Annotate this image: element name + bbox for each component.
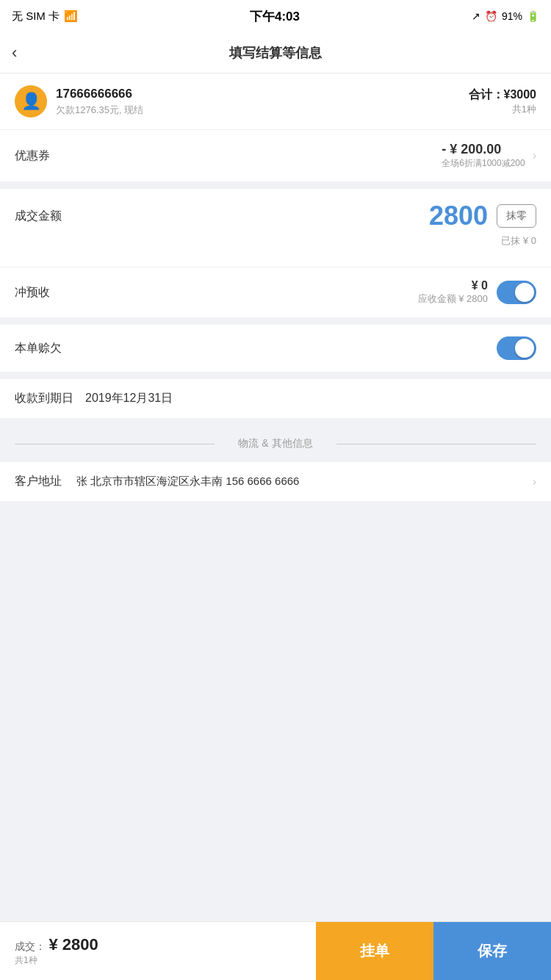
duedate-value: 2019年12月31日 xyxy=(85,391,173,406)
divider-line-right xyxy=(336,444,536,444)
nav-bar: ‹ 填写结算等信息 xyxy=(0,32,551,73)
deal-label: 成交金额 xyxy=(15,209,62,224)
footer: 成交： ¥ 2800 共1种 挂单 保存 xyxy=(0,921,551,980)
prereceive-row: 冲预收 ¥ 0 应收金额 ¥ 2800 xyxy=(15,279,536,306)
avatar: 👤 xyxy=(15,85,47,118)
status-right: ↗ ⏰ 91% 🔋 xyxy=(472,10,539,22)
divider-text: 物流 & 其他信息 xyxy=(238,437,312,450)
round-button[interactable]: 抹零 xyxy=(497,204,536,228)
status-left: 无 SIM 卡 📶 xyxy=(12,10,78,24)
save-button[interactable]: 保存 xyxy=(433,922,551,981)
wifi-icon: 📶 xyxy=(64,10,78,23)
battery-label: 91% xyxy=(502,10,522,22)
battery-icon: 🔋 xyxy=(527,10,539,22)
address-value: 张 北京市市辖区海淀区永丰南 156 6666 6666 xyxy=(76,475,527,489)
coupon-label: 优惠券 xyxy=(15,148,50,164)
customer-phone: 17666666666 xyxy=(56,87,143,101)
avatar-icon: 👤 xyxy=(21,92,41,111)
prereceive-right: ¥ 0 应收金额 ¥ 2800 xyxy=(418,279,536,306)
footer-deal-label: 成交： xyxy=(15,940,46,952)
coupon-chevron: › xyxy=(533,149,536,162)
arrears-toggle[interactable] xyxy=(497,336,536,360)
alarm-icon: ⏰ xyxy=(485,10,497,22)
back-button[interactable]: ‹ xyxy=(12,43,17,62)
coupon-desc: 全场6折满1000减200 xyxy=(442,157,525,170)
prereceive-amount: ¥ 0 xyxy=(418,279,488,292)
arrears-section: 本单赊欠 xyxy=(0,325,551,372)
sim-label: 无 SIM 卡 xyxy=(12,10,60,24)
total-count: 共1种 xyxy=(469,103,537,116)
duedate-section: 收款到期日 2019年12月31日 xyxy=(0,379,551,418)
status-time: 下午4:03 xyxy=(250,8,300,25)
page-title: 填写结算等信息 xyxy=(229,44,322,62)
footer-count: 共1种 xyxy=(15,954,301,967)
customer-section: 👤 17666666666 欠款1276.35元, 现结 合计：¥3000 共1… xyxy=(0,73,551,181)
hold-button[interactable]: 挂单 xyxy=(316,922,433,981)
footer-deal-amount: ¥ 2800 xyxy=(48,935,98,954)
logistics-divider: 物流 & 其他信息 xyxy=(0,425,551,462)
prereceive-amount-area: ¥ 0 应收金额 ¥ 2800 xyxy=(418,279,488,306)
customer-sub: 欠款1276.35元, 现结 xyxy=(56,104,143,117)
deal-row: 成交金额 2800 抹零 xyxy=(15,201,536,231)
address-label: 客户地址 xyxy=(15,474,62,489)
address-chevron: › xyxy=(533,475,536,489)
deal-sub: 已抹 ¥ 0 xyxy=(15,234,536,248)
prereceive-sub: 应收金额 ¥ 2800 xyxy=(418,292,488,306)
deal-inner: 成交金额 2800 抹零 已抹 ¥ 0 xyxy=(0,189,551,259)
content: 👤 17666666666 欠款1276.35元, 现结 合计：¥3000 共1… xyxy=(0,73,551,692)
customer-row: 👤 17666666666 欠款1276.35元, 现结 合计：¥3000 共1… xyxy=(0,73,551,129)
arrears-label: 本单赊欠 xyxy=(15,341,62,356)
footer-deal-row: 成交： ¥ 2800 xyxy=(15,935,301,954)
location-icon: ↗ xyxy=(472,10,480,22)
deal-amount-area: 2800 抹零 xyxy=(429,201,536,231)
coupon-amount: - ¥ 200.00 xyxy=(442,142,525,157)
footer-info: 成交： ¥ 2800 共1种 xyxy=(0,935,316,967)
divider-line-left xyxy=(15,444,215,444)
prereceive-toggle[interactable] xyxy=(497,281,536,304)
deal-section: 成交金额 2800 抹零 已抹 ¥ 0 冲预收 ¥ 0 应收金额 ¥ 2800 xyxy=(0,189,551,317)
customer-left: 👤 17666666666 欠款1276.35元, 现结 xyxy=(15,85,143,118)
customer-info: 17666666666 欠款1276.35元, 现结 xyxy=(56,87,143,117)
coupon-info: - ¥ 200.00 全场6折满1000减200 xyxy=(442,142,525,170)
deal-amount: 2800 xyxy=(429,201,488,231)
status-bar: 无 SIM 卡 📶 下午4:03 ↗ ⏰ 91% 🔋 xyxy=(0,0,551,32)
total-amount: 合计：¥3000 xyxy=(469,87,537,103)
bottom-gray-area xyxy=(0,501,551,633)
prereceive-label: 冲预收 xyxy=(15,285,50,300)
prereceive-section: 冲预收 ¥ 0 应收金额 ¥ 2800 xyxy=(0,267,551,317)
address-section[interactable]: 客户地址 张 北京市市辖区海淀区永丰南 156 6666 6666 › xyxy=(0,462,551,501)
duedate-label: 收款到期日 xyxy=(15,391,73,406)
customer-right: 合计：¥3000 共1种 xyxy=(469,87,537,116)
coupon-right: - ¥ 200.00 全场6折满1000减200 › xyxy=(442,142,536,170)
coupon-row[interactable]: 优惠券 - ¥ 200.00 全场6折满1000减200 › xyxy=(0,129,551,181)
